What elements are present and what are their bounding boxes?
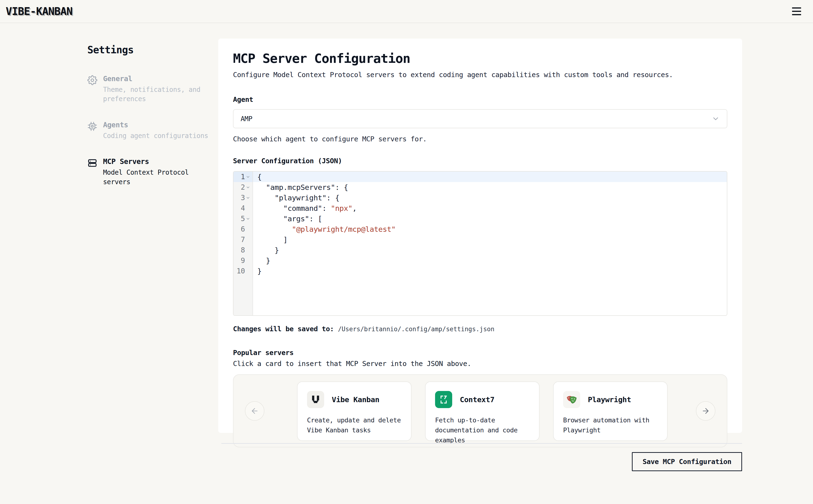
editor-gutter: 1 bbox=[233, 172, 253, 182]
fold-chevron-icon[interactable] bbox=[245, 216, 251, 221]
save-path-note: Changes will be saved to: /Users/britann… bbox=[233, 325, 727, 333]
sidebar-title: Settings bbox=[87, 44, 211, 56]
editor-line-9[interactable]: 9 } bbox=[233, 255, 727, 266]
fold-chevron-icon[interactable] bbox=[245, 174, 251, 179]
top-bar: VIBE-KANBAN bbox=[0, 0, 813, 23]
editor-gutter: 4 bbox=[233, 203, 253, 213]
mcp-configuration-panel: MCP Server Configuration Configure Model… bbox=[218, 39, 742, 433]
popular-servers-section: Popular servers Click a card to insert t… bbox=[233, 349, 727, 447]
editor-gutter: 3 bbox=[233, 193, 253, 203]
save-path-value: /Users/britannio/.config/amp/settings.js… bbox=[338, 326, 494, 333]
editor-line-1[interactable]: 1{ bbox=[233, 172, 727, 182]
gear-icon bbox=[87, 75, 97, 85]
editor-line-4[interactable]: 4 "command": "npx", bbox=[233, 203, 727, 213]
agent-select[interactable]: AMP bbox=[233, 109, 727, 128]
server-icon bbox=[87, 158, 97, 168]
carousel-prev-button[interactable] bbox=[245, 401, 264, 421]
sidebar-item-agents[interactable]: AgentsCoding agent configurations bbox=[87, 121, 211, 140]
popular-servers-title: Popular servers bbox=[233, 349, 727, 357]
chevron-down-icon bbox=[712, 115, 720, 123]
editor-code-line: { bbox=[253, 172, 727, 182]
editor-line-6[interactable]: 6 "@playwright/mcp@latest" bbox=[233, 224, 727, 234]
json-code-editor[interactable]: 1{2 "amp.mcpServers": {3 "playwright": {… bbox=[233, 171, 727, 316]
cpu-icon bbox=[87, 121, 97, 131]
editor-gutter: 9 bbox=[233, 255, 253, 266]
app-logo: VIBE-KANBAN bbox=[6, 5, 72, 17]
editor-line-7[interactable]: 7 ] bbox=[233, 234, 727, 245]
page-subtitle: Configure Model Context Protocol servers… bbox=[233, 71, 727, 79]
save-path-label: Changes will be saved to: bbox=[233, 325, 334, 333]
editor-code-line: } bbox=[253, 255, 727, 266]
sidebar-item-label: Agents bbox=[103, 121, 211, 129]
server-card-description: Fetch up-to-date documentation and code … bbox=[435, 415, 530, 445]
agent-label: Agent bbox=[233, 95, 727, 104]
save-mcp-configuration-button[interactable]: Save MCP Configuration bbox=[632, 452, 742, 471]
server-card-description: Create, update and delete Vibe Kanban ta… bbox=[307, 415, 402, 435]
editor-code-line: "@playwright/mcp@latest" bbox=[253, 224, 727, 234]
editor-line-2[interactable]: 2 "amp.mcpServers": { bbox=[233, 182, 727, 193]
sidebar-item-description: Theme, notifications, and preferences bbox=[103, 85, 211, 104]
page-title: MCP Server Configuration bbox=[233, 51, 727, 66]
sidebar-item-description: Model Context Protocol servers bbox=[103, 168, 211, 187]
editor-gutter: 8 bbox=[233, 245, 253, 255]
hamburger-menu-icon[interactable] bbox=[790, 5, 803, 18]
server-card-title: Playwright bbox=[588, 395, 631, 404]
carousel-next-button[interactable] bbox=[696, 401, 715, 421]
editor-gutter: 5 bbox=[233, 213, 253, 224]
server-card-context7[interactable]: Context7Fetch up-to-date documentation a… bbox=[425, 381, 540, 441]
editor-code-line: ] bbox=[253, 234, 727, 245]
editor-code-line: } bbox=[253, 266, 727, 276]
editor-code-line: "playwright": { bbox=[253, 193, 727, 203]
settings-sidebar: Settings GeneralTheme, notifications, an… bbox=[87, 44, 211, 187]
agent-section: Agent AMP Choose which agent to configur… bbox=[233, 95, 727, 143]
editor-code-line: "command": "npx", bbox=[253, 203, 727, 213]
vibe-kanban-icon bbox=[307, 391, 324, 408]
server-card-description: Browser automation with Playwright bbox=[563, 415, 658, 435]
fold-chevron-icon[interactable] bbox=[245, 185, 251, 190]
editor-line-8[interactable]: 8 } bbox=[233, 245, 727, 255]
editor-code-line: "args": [ bbox=[253, 213, 727, 224]
editor-line-3[interactable]: 3 "playwright": { bbox=[233, 193, 727, 203]
bottom-divider bbox=[221, 443, 742, 444]
sidebar-item-label: General bbox=[103, 75, 211, 83]
json-editor-label: Server Configuration (JSON) bbox=[233, 157, 727, 165]
editor-gutter: 10 bbox=[233, 266, 253, 276]
server-card-vibe-kanban[interactable]: Vibe KanbanCreate, update and delete Vib… bbox=[297, 381, 411, 441]
sidebar-item-general[interactable]: GeneralTheme, notifications, and prefere… bbox=[87, 75, 211, 104]
save-row: Save MCP Configuration bbox=[218, 452, 742, 471]
sidebar-item-mcp-servers[interactable]: MCP ServersModel Context Protocol server… bbox=[87, 158, 211, 187]
arrow-right-icon bbox=[701, 407, 710, 415]
server-card-playwright[interactable]: PlaywrightBrowser automation with Playwr… bbox=[553, 381, 668, 441]
fold-chevron-icon[interactable] bbox=[245, 195, 251, 200]
editor-gutter: 2 bbox=[233, 182, 253, 193]
sidebar-item-label: MCP Servers bbox=[103, 158, 211, 166]
popular-servers-carousel: Vibe KanbanCreate, update and delete Vib… bbox=[233, 374, 727, 447]
server-card-title: Context7 bbox=[460, 395, 494, 404]
popular-servers-subtitle: Click a card to insert that MCP Server i… bbox=[233, 360, 727, 368]
agent-helper-text: Choose which agent to configure MCP serv… bbox=[233, 135, 727, 143]
editor-line-5[interactable]: 5 "args": [ bbox=[233, 213, 727, 224]
arrow-left-icon bbox=[250, 407, 259, 415]
agent-select-value: AMP bbox=[241, 115, 252, 123]
editor-gutter: 7 bbox=[233, 234, 253, 245]
playwright-icon bbox=[563, 391, 580, 408]
json-section: Server Configuration (JSON) 1{2 "amp.mcp… bbox=[233, 157, 727, 333]
editor-code-line: "amp.mcpServers": { bbox=[253, 182, 727, 193]
sidebar-item-description: Coding agent configurations bbox=[103, 131, 211, 141]
server-card-title: Vibe Kanban bbox=[332, 395, 379, 404]
context7-icon bbox=[435, 391, 452, 408]
editor-gutter: 6 bbox=[233, 224, 253, 234]
editor-gutter bbox=[233, 276, 253, 315]
editor-line-10[interactable]: 10} bbox=[233, 266, 727, 276]
editor-code-line: } bbox=[253, 245, 727, 255]
